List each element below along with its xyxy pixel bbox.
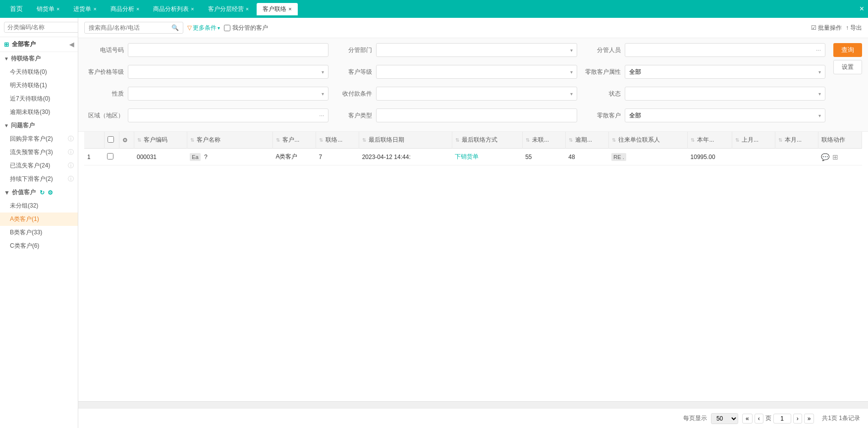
sidebar-all-customers[interactable]: ⊞ 全部客户 ◀: [0, 37, 78, 52]
name-suffix: ?: [204, 154, 208, 160]
batch-op-btn[interactable]: ☑ 批量操作: [811, 24, 842, 32]
value-group-settings[interactable]: ⚙: [48, 189, 53, 196]
contact-method-link[interactable]: 下销货单: [455, 153, 479, 160]
sidebar-item-churn-warning[interactable]: 流失预警客户(3) ⓘ: [0, 146, 78, 159]
sidebar-item-tomorrow[interactable]: 明天待联络(1): [0, 79, 78, 92]
price-level-input[interactable]: ▾: [128, 65, 328, 79]
retail-attr-field: 零散客户属性 全部 ▾: [581, 65, 825, 79]
sidebar-item-churned[interactable]: 已流失客户(24) ⓘ: [0, 159, 78, 172]
th-gear[interactable]: ⚙: [119, 132, 134, 149]
sidebar-item-declining[interactable]: 持续下滑客户(2) ⓘ: [0, 172, 78, 186]
cell-name[interactable]: Ea ?: [187, 149, 272, 165]
query-button[interactable]: 查询: [833, 43, 862, 57]
customers-table: ⚙ ⇅ 客户编码 ⇅ 客户名称 ⇅ 客户...: [84, 132, 862, 165]
sort-icon-contact: ⇅: [319, 137, 323, 143]
th-action: 联络动作: [818, 132, 862, 149]
payment-input[interactable]: ▾: [376, 87, 577, 101]
sidebar-item-unclassified[interactable]: 未分组(32): [0, 199, 78, 213]
dept-field: 分管部门 ▾: [332, 43, 577, 57]
value-customers-group[interactable]: ▼ 价值客户 ↻ ⚙: [0, 186, 78, 199]
dept-input[interactable]: ▾: [376, 43, 577, 57]
action-icons-group: 💬 ⊞: [821, 153, 859, 161]
row-checkbox[interactable]: [107, 153, 113, 160]
last-page-btn[interactable]: »: [804, 414, 814, 424]
th-no-contact: ⇅ 未联...: [522, 132, 565, 149]
grid-icon: ⊞: [4, 41, 9, 48]
cell-action: 💬 ⊞: [818, 149, 862, 165]
horizontal-scrollbar[interactable]: [78, 401, 868, 408]
sidebar-item-a-class[interactable]: A类客户(1): [0, 213, 78, 226]
close-analysis-tab[interactable]: ×: [136, 6, 139, 12]
nav-tab-customer-segment[interactable]: 客户分层经营 ×: [202, 3, 255, 15]
retail-customer-input[interactable]: 全部 ▾: [625, 108, 825, 122]
page-size-label: 每页显示: [683, 414, 707, 423]
close-customer-contact-tab[interactable]: ×: [288, 6, 291, 12]
customer-type-input[interactable]: [376, 108, 577, 122]
sidebar-item-repurchase-abnormal[interactable]: 回购异常客户(2) ⓘ: [0, 132, 78, 146]
sidebar-item-7days[interactable]: 近7天待联络(0): [0, 92, 78, 106]
cell-category: A类客户: [272, 149, 316, 165]
th-code: ⇅ 客户编码: [134, 132, 187, 149]
th-overdue: ⇅ 逾期...: [565, 132, 608, 149]
close-customer-segment-tab[interactable]: ×: [246, 6, 249, 12]
th-checkbox[interactable]: [104, 132, 119, 149]
sidebar-collapse-arrow[interactable]: ◀: [69, 41, 74, 48]
retail-customer-label: 零散客户: [581, 111, 621, 120]
manager-label: 分管人员: [581, 46, 621, 54]
nav-tab-sales[interactable]: 销货单 ×: [31, 3, 65, 15]
value-group-refresh[interactable]: ↻: [40, 189, 45, 196]
status-input[interactable]: ▾: [625, 87, 825, 101]
nav-tab-analysis[interactable]: 商品分析 ×: [105, 3, 145, 15]
pending-contact-group[interactable]: ▼ 待联络客户: [0, 52, 78, 65]
nav-home[interactable]: 首页: [4, 2, 29, 15]
nav-tab-purchase[interactable]: 进货单 ×: [67, 3, 102, 15]
dept-dropdown-arrow: ▾: [570, 48, 573, 53]
sort-icon-method: ⇅: [455, 137, 459, 143]
page-size-select[interactable]: 20 50 100: [711, 413, 738, 424]
pending-group-arrow: ▼: [4, 56, 9, 61]
sidebar-search-input[interactable]: [4, 22, 78, 33]
cell-checkbox[interactable]: [104, 149, 119, 165]
cell-code: 000031: [134, 149, 187, 165]
status-field: 状态 ▾: [581, 87, 825, 101]
sort-icon-unit-contact: ⇅: [612, 137, 616, 143]
nav-tab-customer-contact[interactable]: 客户联络 ×: [257, 3, 297, 15]
filter-row-4: 区域（地区） ··· 客户类型 零散客户: [84, 108, 825, 122]
status-label: 状态: [581, 90, 621, 98]
sidebar-item-c-class[interactable]: C类客户(6): [0, 239, 78, 253]
content-area: 🔍 ▽ 更多条件 ▾ 我分管的客户 ☑ 批量操作 ↑ 导出: [78, 18, 868, 428]
page-number-input[interactable]: [773, 414, 791, 424]
retail-attr-input[interactable]: 全部 ▾: [625, 65, 825, 79]
sidebar-search-area: 🔍: [0, 18, 78, 37]
main-search-input[interactable]: [89, 24, 169, 31]
close-analysis-list-tab[interactable]: ×: [191, 6, 194, 12]
phone-input[interactable]: [128, 43, 328, 57]
prev-page-btn[interactable]: ‹: [755, 414, 763, 424]
sidebar-item-b-class[interactable]: B类客户(33): [0, 226, 78, 239]
problem-customers-group[interactable]: ▼ 问题客户: [0, 119, 78, 132]
close-sales-tab[interactable]: ×: [56, 6, 59, 12]
cell-last-contact-method: 下销货单: [452, 149, 522, 165]
customer-level-input[interactable]: ▾: [376, 65, 577, 79]
settings-button[interactable]: 设置: [833, 60, 862, 74]
filter-row-2: 客户价格等级 ▾ 客户等级 ▾: [84, 65, 825, 79]
region-input[interactable]: ···: [128, 108, 328, 122]
chat-icon[interactable]: 💬: [821, 153, 829, 161]
select-all-checkbox[interactable]: [108, 136, 114, 143]
main-search-icon[interactable]: 🔍: [171, 24, 179, 31]
first-page-btn[interactable]: «: [742, 414, 753, 424]
next-page-btn[interactable]: ›: [793, 414, 802, 424]
nav-tab-analysis-list[interactable]: 商品分析列表 ×: [147, 3, 200, 15]
nature-input[interactable]: ▾: [128, 87, 328, 101]
manager-input[interactable]: ···: [625, 43, 825, 57]
customer-level-label: 客户等级: [332, 68, 372, 76]
close-purchase-tab[interactable]: ×: [93, 6, 96, 12]
my-customers-check[interactable]: [224, 25, 230, 31]
close-window-btn[interactable]: ×: [860, 4, 864, 13]
export-btn[interactable]: ↑ 导出: [846, 24, 862, 32]
sidebar-item-today[interactable]: 今天待联络(0): [0, 65, 78, 79]
sidebar-item-overdue[interactable]: 逾期未联络(30): [0, 106, 78, 119]
more-conditions-btn[interactable]: ▽ 更多条件 ▾: [187, 24, 220, 32]
my-customers-checkbox[interactable]: 我分管的客户: [224, 24, 268, 32]
qr-icon[interactable]: ⊞: [832, 153, 838, 161]
